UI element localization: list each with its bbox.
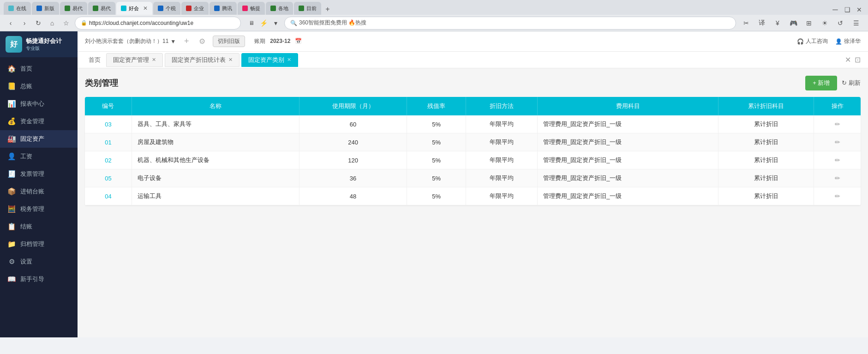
forward-btn[interactable]: › <box>19 18 30 28</box>
browser-tab-1[interactable]: 新版 <box>32 2 59 15</box>
close-btn[interactable]: ✕ <box>854 5 864 15</box>
browser-tab-6[interactable]: 企业 <box>181 2 209 15</box>
refresh-btn[interactable]: ↻ 刷新 <box>842 79 861 87</box>
url-input[interactable]: 🔒 https://cloud.chanjet.com/accounting/u… <box>75 17 241 30</box>
sidebar-item-inventory[interactable]: 📦 进销台账 <box>0 183 78 200</box>
browser-tab-active[interactable]: 好会 ✕ <box>116 2 152 15</box>
address-bar: ‹ › ↻ ⌂ ☆ 🔒 https://cloud.chanjet.com/ac… <box>0 15 868 31</box>
cell-action: ✏ <box>814 133 861 151</box>
headset-icon: 🎧 <box>797 38 804 45</box>
cell-method: 年限平均 <box>466 151 538 169</box>
breadcrumb-home[interactable]: 首页 <box>85 56 104 64</box>
cell-method: 年限平均 <box>466 115 538 133</box>
sidebar-item-home[interactable]: 🏠 首页 <box>0 60 78 78</box>
grid-icon[interactable]: ⊞ <box>802 17 815 30</box>
tab-expand-icon[interactable]: ⊡ <box>855 55 861 64</box>
col-method: 折旧方法 <box>466 97 538 115</box>
page-header: 类别管理 + 新增 ↻ 刷新 <box>85 76 861 90</box>
add-company-btn[interactable]: + <box>181 36 192 47</box>
sidebar-item-payroll[interactable]: 👤 工资 <box>0 148 78 165</box>
url-text: https://cloud.chanjet.com/accounting/uw1… <box>89 20 193 26</box>
cell-period: 48 <box>299 187 407 205</box>
browser-tab-0[interactable]: 在线 <box>4 2 31 15</box>
sidebar-item-tax[interactable]: 🧮 税务管理 <box>0 200 78 218</box>
device-icon[interactable]: 🖥 <box>246 18 257 28</box>
close-fixed-mgmt-icon[interactable]: ✕ <box>152 57 156 63</box>
sidebar-item-invoices[interactable]: 🧾 发票管理 <box>0 165 78 183</box>
version-switch-btn[interactable]: 切到旧版 <box>213 36 245 47</box>
close-depreciation-icon[interactable]: ✕ <box>228 57 233 63</box>
breadcrumb-tab-category[interactable]: 固定资产类别 ✕ <box>241 53 298 67</box>
period-label: 账期 2023-12 📅 <box>254 37 302 45</box>
dropdown-btn[interactable]: ▾ <box>270 18 281 28</box>
table-row: 02 机器、机械和其他生产设备 120 5% 年限平均 管理费用_固定资产折旧_… <box>85 151 861 169</box>
reload-btn[interactable]: ↻ <box>33 18 43 28</box>
user-profile[interactable]: 👤 徐泽华 <box>835 37 861 45</box>
bookmark-btn[interactable]: ☆ <box>61 18 71 28</box>
browser-tab-bar: 在线 新版 易代 易代 好会 ✕ 个税 企业 腾讯 畅提 各地 目前 + <box>0 0 868 15</box>
edit-icon[interactable]: ✏ <box>835 192 840 200</box>
close-category-icon[interactable]: ✕ <box>287 57 291 63</box>
add-btn[interactable]: + 新增 <box>805 76 837 90</box>
scissors-icon[interactable]: ✂ <box>740 17 753 30</box>
sidebar-item-archive[interactable]: 📁 归档管理 <box>0 235 78 253</box>
sidebar-item-fixed-assets[interactable]: 🏭 固定资产 <box>0 130 78 148</box>
col-expense: 费用科目 <box>537 97 718 115</box>
browser-tab-10[interactable]: 目前 <box>294 2 321 15</box>
col-accum: 累计折旧科目 <box>718 97 814 115</box>
service-btn[interactable]: 🎧 人工咨询 <box>797 37 828 45</box>
browser-tab-8[interactable]: 畅提 <box>238 2 265 15</box>
edit-icon[interactable]: ✏ <box>835 156 840 164</box>
tab-close-icon[interactable]: ✕ <box>143 5 148 12</box>
cell-accum: 累计折旧 <box>718 115 814 133</box>
minimize-btn[interactable]: ─ <box>830 5 840 15</box>
edit-icon[interactable]: ✏ <box>835 120 840 128</box>
translate-icon[interactable]: 译 <box>755 17 768 30</box>
game-icon[interactable]: 🎮 <box>787 17 800 30</box>
sidebar-item-ledger[interactable]: 📒 总账 <box>0 78 78 95</box>
brightness-icon[interactable]: ☀ <box>818 17 831 30</box>
sidebar-item-guide[interactable]: 📖 新手引导 <box>0 270 78 288</box>
breadcrumb-tab-fixed-mgmt[interactable]: 固定资产管理 ✕ <box>106 53 163 67</box>
browser-tab-9[interactable]: 各地 <box>266 2 293 15</box>
breadcrumb-tab-depreciation[interactable]: 固定资产折旧统计表 ✕ <box>165 53 239 67</box>
page-title: 类别管理 <box>85 78 118 89</box>
user-dropdown-icon[interactable]: ▼ <box>170 38 176 45</box>
browser-tab-5[interactable]: 个税 <box>153 2 180 15</box>
edit-icon[interactable]: ✏ <box>835 174 840 182</box>
cell-name: 运输工具 <box>132 187 299 205</box>
cell-period: 36 <box>299 169 407 187</box>
cell-expense: 管理费用_固定资产折旧_一级 <box>537 133 718 151</box>
menu-icon[interactable]: ☰ <box>850 17 862 30</box>
sidebar-item-settings[interactable]: ⚙ 设置 <box>0 253 78 270</box>
home-btn[interactable]: ⌂ <box>47 18 57 28</box>
cell-rate: 5% <box>407 115 466 133</box>
browser-tab-3[interactable]: 易代 <box>88 2 115 15</box>
calendar-icon[interactable]: 📅 <box>295 38 302 44</box>
coin-icon[interactable]: ¥ <box>771 17 784 30</box>
maximize-btn[interactable]: ❑ <box>842 5 852 15</box>
cell-name: 房屋及建筑物 <box>132 133 299 151</box>
funds-icon: 💰 <box>7 117 16 126</box>
edit-icon[interactable]: ✏ <box>835 138 840 146</box>
col-name: 名称 <box>132 97 299 115</box>
boost-icon[interactable]: ⚡ <box>258 18 269 28</box>
sidebar-item-reports[interactable]: 📊 报表中心 <box>0 95 78 113</box>
cell-expense: 管理费用_固定资产折旧_一级 <box>537 151 718 169</box>
tab-float-close-icon[interactable]: ✕ <box>845 55 851 64</box>
col-action: 操作 <box>814 97 861 115</box>
cell-action: ✏ <box>814 187 861 205</box>
table-row: 04 运输工具 48 5% 年限平均 管理费用_固定资产折旧_一级 累计折旧 ✏ <box>85 187 861 205</box>
sidebar-item-funds[interactable]: 💰 资金管理 <box>0 113 78 130</box>
breadcrumb-tabs: 首页 固定资产管理 ✕ 固定资产折旧统计表 ✕ 固定资产类别 ✕ ✕ ⊡ <box>78 52 868 68</box>
undo-icon[interactable]: ↺ <box>834 17 847 30</box>
browser-tab-2[interactable]: 易代 <box>60 2 87 15</box>
browser-tab-7[interactable]: 腾讯 <box>210 2 237 15</box>
new-tab-btn[interactable]: + <box>322 4 333 15</box>
back-btn[interactable]: ‹ <box>6 18 16 28</box>
table-row: 05 电子设备 36 5% 年限平均 管理费用_固定资产折旧_一级 累计折旧 ✏ <box>85 169 861 187</box>
search-bar[interactable]: 🔍 360智能抠图免费用 🔥热搜 <box>284 17 736 30</box>
sidebar-item-closing[interactable]: 📋 结账 <box>0 218 78 235</box>
settings-gear-btn[interactable]: ⚙ <box>197 36 207 47</box>
page-content: 类别管理 + 新增 ↻ 刷新 编号 名称 使用期限（月） 残值率 折旧方法 费用… <box>78 68 868 337</box>
